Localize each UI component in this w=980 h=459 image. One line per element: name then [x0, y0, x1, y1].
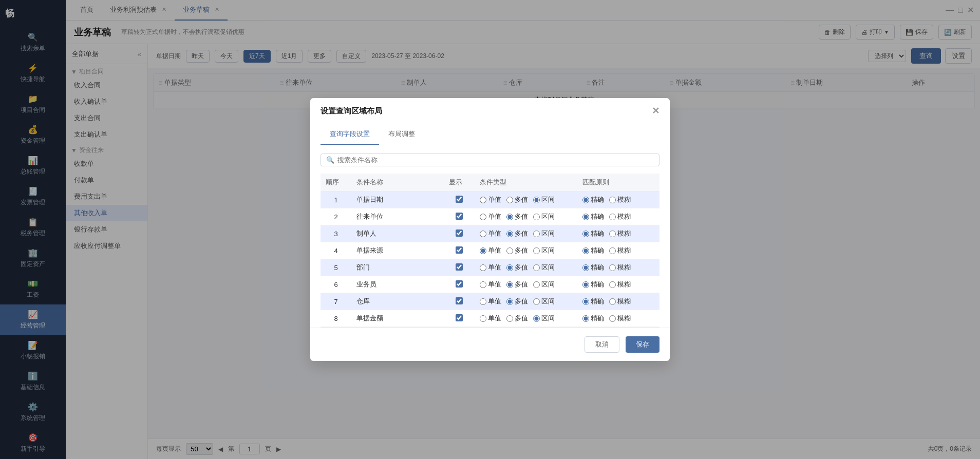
condition-radio-label[interactable]: 多值	[506, 280, 528, 289]
condition-radio[interactable]	[533, 214, 540, 220]
match-radio-label[interactable]: 精确	[582, 280, 604, 289]
show-checkbox[interactable]	[456, 213, 463, 220]
show-checkbox[interactable]	[456, 280, 463, 288]
condition-radio-label[interactable]: 单值	[480, 229, 501, 238]
condition-radio[interactable]	[480, 214, 486, 220]
condition-radio[interactable]	[506, 298, 513, 305]
dialog-tab-query-fields[interactable]: 查询字段设置	[321, 124, 379, 145]
match-radio-label[interactable]: 精确	[582, 263, 604, 272]
condition-radio-label[interactable]: 区间	[533, 280, 555, 289]
condition-radio[interactable]	[506, 315, 513, 322]
condition-radio-label[interactable]: 多值	[506, 195, 528, 204]
show-checkbox[interactable]	[456, 196, 463, 203]
match-radio-label[interactable]: 精确	[582, 195, 604, 204]
show-checkbox[interactable]	[456, 297, 463, 304]
condition-radio[interactable]	[506, 231, 513, 237]
show-checkbox[interactable]	[456, 230, 463, 237]
condition-radio-label[interactable]: 区间	[533, 229, 555, 238]
match-radio[interactable]	[609, 197, 616, 203]
match-radio[interactable]	[609, 298, 616, 305]
row-show[interactable]	[444, 242, 475, 259]
dialog-tab-layout[interactable]: 布局调整	[379, 124, 424, 145]
match-radio-label[interactable]: 精确	[582, 246, 604, 255]
condition-radio-label[interactable]: 区间	[533, 246, 555, 255]
condition-radio-label[interactable]: 区间	[533, 263, 555, 272]
condition-radio[interactable]	[480, 264, 486, 271]
match-radio-label[interactable]: 精确	[582, 297, 604, 306]
condition-radio[interactable]	[506, 197, 513, 203]
row-show[interactable]	[444, 310, 475, 327]
match-radio-label[interactable]: 精确	[582, 212, 604, 221]
condition-radio-label[interactable]: 多值	[506, 314, 528, 323]
match-radio[interactable]	[609, 315, 616, 322]
condition-radio-label[interactable]: 区间	[533, 212, 555, 221]
match-radio[interactable]	[582, 197, 589, 203]
dialog-save-button[interactable]: 保存	[626, 336, 659, 353]
dialog-search-input[interactable]	[337, 156, 654, 164]
show-checkbox[interactable]	[456, 246, 463, 254]
show-checkbox[interactable]	[456, 314, 463, 321]
dialog-cancel-button[interactable]: 取消	[585, 336, 619, 353]
condition-radio[interactable]	[506, 214, 513, 220]
condition-radio[interactable]	[480, 231, 486, 237]
condition-radio-label[interactable]: 单值	[480, 280, 501, 289]
match-radio[interactable]	[609, 231, 616, 237]
condition-radio-label[interactable]: 多值	[506, 229, 528, 238]
match-radio-label[interactable]: 模糊	[609, 212, 631, 221]
match-radio-label[interactable]: 精确	[582, 229, 604, 238]
condition-radio-label[interactable]: 区间	[533, 314, 555, 323]
condition-radio[interactable]	[533, 315, 540, 322]
condition-radio[interactable]	[533, 197, 540, 203]
condition-radio[interactable]	[506, 264, 513, 271]
match-radio[interactable]	[582, 264, 589, 271]
dialog-close-button[interactable]: ✕	[652, 105, 659, 117]
condition-radio[interactable]	[533, 298, 540, 305]
condition-radio-label[interactable]: 单值	[480, 212, 501, 221]
condition-radio[interactable]	[480, 298, 486, 305]
row-show[interactable]	[444, 293, 475, 310]
match-radio-label[interactable]: 模糊	[609, 263, 631, 272]
condition-radio[interactable]	[480, 247, 486, 254]
condition-radio-label[interactable]: 单值	[480, 297, 501, 306]
row-show[interactable]	[444, 259, 475, 276]
match-radio[interactable]	[582, 281, 589, 288]
row-show[interactable]	[444, 276, 475, 293]
condition-radio-label[interactable]: 多值	[506, 212, 528, 221]
match-radio[interactable]	[609, 264, 616, 271]
match-radio[interactable]	[582, 315, 589, 322]
show-checkbox[interactable]	[456, 263, 463, 271]
condition-radio-label[interactable]: 单值	[480, 246, 501, 255]
condition-radio-label[interactable]: 区间	[533, 195, 555, 204]
condition-radio[interactable]	[533, 281, 540, 288]
match-radio[interactable]	[609, 247, 616, 254]
condition-radio-label[interactable]: 多值	[506, 246, 528, 255]
condition-radio-label[interactable]: 多值	[506, 263, 528, 272]
match-radio-label[interactable]: 模糊	[609, 195, 631, 204]
row-show[interactable]	[444, 225, 475, 242]
match-radio-label[interactable]: 精确	[582, 314, 604, 323]
condition-radio[interactable]	[533, 264, 540, 271]
condition-radio-label[interactable]: 单值	[480, 314, 501, 323]
condition-radio[interactable]	[480, 281, 486, 288]
match-radio[interactable]	[609, 281, 616, 288]
condition-radio[interactable]	[506, 281, 513, 288]
match-radio[interactable]	[582, 231, 589, 237]
row-show[interactable]	[444, 208, 475, 225]
match-radio-label[interactable]: 模糊	[609, 246, 631, 255]
match-radio-label[interactable]: 模糊	[609, 297, 631, 306]
match-radio[interactable]	[582, 247, 589, 254]
match-radio[interactable]	[582, 298, 589, 305]
match-radio-label[interactable]: 模糊	[609, 229, 631, 238]
condition-radio-label[interactable]: 多值	[506, 297, 528, 306]
condition-radio-label[interactable]: 单值	[480, 263, 501, 272]
match-radio[interactable]	[609, 214, 616, 220]
condition-radio[interactable]	[480, 197, 486, 203]
condition-radio-label[interactable]: 区间	[533, 297, 555, 306]
condition-radio[interactable]	[533, 247, 540, 254]
condition-radio[interactable]	[506, 247, 513, 254]
match-radio-label[interactable]: 模糊	[609, 280, 631, 289]
row-show[interactable]	[444, 192, 475, 208]
condition-radio[interactable]	[480, 315, 486, 322]
dialog-table-scroll[interactable]: 顺序 条件名称 显示 条件类型 匹配原则 1单据日期单值多值区间精确模糊2往来单…	[321, 174, 659, 328]
match-radio-label[interactable]: 模糊	[609, 314, 631, 323]
